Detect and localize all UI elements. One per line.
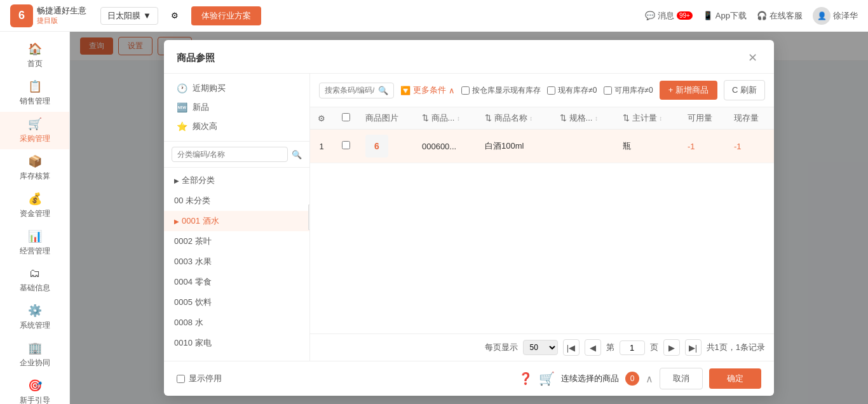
th-unit[interactable]: ⇅ 主计量 ↕ [616,107,681,130]
sidebar-item-inventory[interactable]: 📦 库存核算 [0,149,69,187]
gear-icon[interactable]: ⚙ [166,7,184,25]
sidebar-item-operation[interactable]: 📊 经营管理 [0,224,69,262]
category-item-0004[interactable]: 0004 零食 [164,272,309,292]
basic-icon: 🗂 [29,267,41,280]
add-product-button[interactable]: + 新增商品 [660,81,717,100]
category-label: 0008 水 [174,317,203,328]
finance-icon: 💰 [28,192,42,206]
product-image: 6 [365,135,388,158]
category-item-0003[interactable]: 0003 水果 [164,252,309,272]
show-disabled-checkbox[interactable] [177,375,185,383]
message-icon: 💬 [645,11,655,20]
sidebar-label: 企业协同 [20,358,50,368]
sidebar-item-finance[interactable]: 💰 资金管理 [0,187,69,224]
online-service-btn[interactable]: 🎧 在线客服 [757,10,803,22]
page-prev-button[interactable]: ◀ [585,339,601,356]
help-icon[interactable]: ❓ [519,372,532,386]
message-btn[interactable]: 💬 消息 99+ [645,10,693,22]
search-bar: 🔍 🔽 更多条件 ∧ 按仓库显示现有库存 [310,74,774,107]
table-row[interactable]: 1 6 [310,130,774,163]
operation-icon: 📊 [28,229,42,243]
sidebar-item-guide[interactable]: 🎯 新手引导 [0,374,69,404]
modal-close-button[interactable]: ✕ [743,49,761,67]
sidebar-label: 库存核算 [20,171,50,182]
th-code[interactable]: ⇅ 商品... ↕ [416,107,478,130]
category-item-0010[interactable]: 0010 家电 [164,333,309,353]
cancel-button[interactable]: 取消 [660,368,703,389]
sidebar-label: 经营管理 [20,246,50,257]
row-num: 1 [310,130,333,163]
user-profile[interactable]: 👤 徐泽华 [813,7,858,25]
modal-title: 商品参照 [177,52,215,64]
sidebar-item-sales[interactable]: 📋 销售管理 [0,74,69,112]
select-all-checkbox[interactable] [342,113,350,121]
checkbox-show-stock[interactable]: 按仓库显示现有库存 [461,85,541,96]
clock-icon: 🕐 [177,83,187,93]
category-label: 0002 茶叶 [174,236,212,247]
phone-icon: 📱 [703,11,713,20]
sidebar-item-system[interactable]: ⚙️ 系统管理 [0,299,69,336]
sidebar-label: 首页 [27,58,43,69]
quick-label: 频次高 [193,121,217,132]
total-info: 共1页，1条记录 [707,342,765,353]
page-next-button[interactable]: ▶ [663,339,680,356]
category-item-0001[interactable]: ▶ 0001 酒水 [164,211,309,231]
nonzero-stock-checkbox[interactable] [547,86,555,95]
th-gear[interactable]: ⚙ [310,107,333,130]
category-label: 0001 酒水 [182,215,219,227]
category-item-0002[interactable]: 0002 茶叶 [164,231,309,252]
checkbox-nonzero-stock[interactable]: 现有库存≠0 [547,85,597,96]
pagination: 每页显示 50 20 100 |◀ ◀ 第 页 ▶ [310,333,774,361]
quick-item-recent[interactable]: 🕐 近期购买 [172,79,302,98]
message-badge: 99+ [677,11,693,20]
modal-footer: 显示停用 ❓ 🛒 连续选择的商品 0 ∧ 取消 确定 [164,361,774,396]
modal-right-panel: 🔍 🔽 更多条件 ∧ 按仓库显示现有库存 [310,74,774,361]
usable-nonzero-checkbox[interactable] [604,86,612,95]
checkbox-usable-nonzero[interactable]: 可用库存≠0 [604,85,653,96]
sidebar-item-basic[interactable]: 🗂 基础信息 [0,262,69,299]
filter-button[interactable]: 🔽 更多条件 ∧ [400,84,455,96]
category-label: 全部分类 [182,175,215,186]
cart-icon[interactable]: 🛒 [539,371,555,386]
category-label: 0005 饮料 [174,297,212,308]
quick-item-frequent[interactable]: ⭐ 频次高 [172,117,302,136]
sidebar-item-purchase[interactable]: 🛒 采购管理 [0,112,69,149]
show-disabled-label[interactable]: 显示停用 [177,373,222,384]
refresh-button[interactable]: C 刷新 [724,80,765,100]
footer-left: 显示停用 [177,373,222,384]
show-stock-checkbox[interactable] [461,86,470,95]
confirm-button[interactable]: 确定 [709,368,761,389]
sidebar-item-home[interactable]: 🏠 首页 [0,37,69,74]
search-icon[interactable]: 🔍 [292,150,302,159]
page-first-button[interactable]: |◀ [563,339,580,356]
count-badge: 0 [625,372,639,386]
store-selector[interactable]: 日太阳膜 ▼ [100,7,158,25]
page-input[interactable] [620,340,645,355]
sidebar-item-enterprise[interactable]: 🏢 企业协同 [0,336,69,374]
row-checkbox-cell[interactable] [333,130,359,163]
collapse-arrow-icon[interactable]: ∧ [646,373,653,385]
category-item-0008[interactable]: 0008 水 [164,313,309,333]
category-label: 0003 水果 [174,256,212,267]
th-checkbox [333,107,359,130]
logo-area: 6 畅捷通好生意 捷目版 [10,4,86,27]
headset-icon: 🎧 [757,11,767,20]
quick-item-new[interactable]: 🆕 新品 [172,98,302,117]
category-item-0005[interactable]: 0005 饮料 [164,292,309,313]
sidebar-label: 采购管理 [20,133,50,144]
search-input[interactable] [325,86,374,95]
row-unit: 瓶 [616,130,681,163]
category-search-input[interactable] [172,147,288,162]
search-icon[interactable]: 🔍 [378,86,388,95]
th-spec[interactable]: ⇅ 规格... ↕ [553,107,616,130]
row-checkbox[interactable] [342,141,350,149]
category-item-00[interactable]: 00 未分类 [164,191,309,211]
page-last-button[interactable]: ▶| [685,339,702,356]
trial-button[interactable]: 体验行业方案 [191,6,261,25]
row-img-cell: 6 [359,130,416,163]
page-size-select[interactable]: 50 20 100 [523,340,558,355]
category-item-all[interactable]: ▶ 全部分类 [164,170,309,191]
row-stock: -1 [728,130,774,163]
th-name[interactable]: ⇅ 商品名称 ↕ [478,107,553,130]
app-download-btn[interactable]: 📱 App下载 [703,10,747,22]
